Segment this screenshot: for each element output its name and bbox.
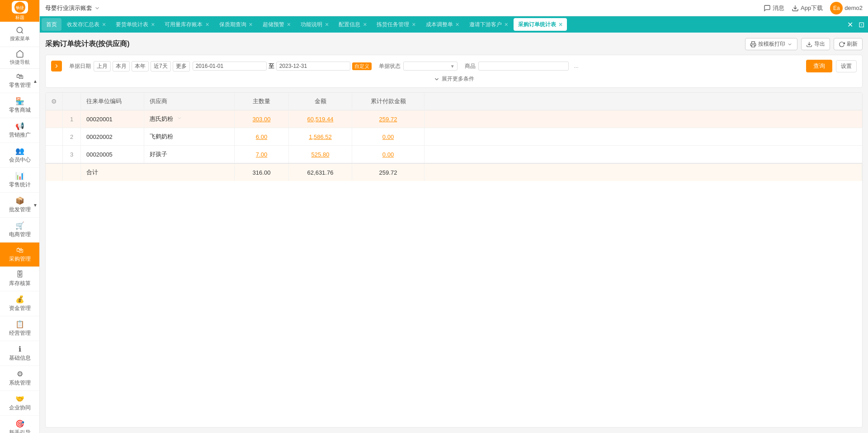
- date-custom-range: 至 自定义: [193, 62, 372, 71]
- tab-config[interactable]: 配置信息 ×: [334, 18, 371, 31]
- filter-settings-button[interactable]: 设置: [836, 60, 857, 72]
- cell-paid-2[interactable]: 0.00: [352, 128, 425, 146]
- cell-qty-2[interactable]: 6.00: [235, 128, 289, 146]
- sidebar-item-member[interactable]: 👥 会员中心: [0, 143, 39, 168]
- tab-overstock[interactable]: 超储预警 ×: [258, 18, 295, 31]
- expand-filter-button[interactable]: 展开更多条件: [51, 75, 857, 83]
- cell-index-1: 1: [63, 110, 81, 128]
- tab-home[interactable]: 首页: [42, 18, 61, 31]
- tab-invite[interactable]: 邀请下游客户 ×: [465, 18, 513, 31]
- member-icon: 👥: [15, 147, 24, 155]
- date-btn-this-month[interactable]: 本月: [113, 61, 130, 71]
- date-custom-tag: 自定义: [352, 62, 372, 70]
- sidebar-item-finance[interactable]: 💰 资金管理: [0, 291, 39, 316]
- wholesale-icon: 📦: [15, 196, 24, 205]
- cell-amount-2[interactable]: 1,586.52: [289, 128, 352, 146]
- close-tab-button[interactable]: ✕: [845, 19, 855, 30]
- close-tab-invite[interactable]: ×: [505, 21, 508, 28]
- quick-nav-button[interactable]: 快捷导航: [0, 47, 39, 68]
- sidebar-logo: 畅捷 标题: [0, 0, 39, 22]
- close-tab-cost[interactable]: ×: [456, 21, 459, 28]
- sidebar-logo-text: 标题: [15, 14, 24, 21]
- sidebar-item-retail-mgmt[interactable]: 🛍 零售管理 ▲: [0, 69, 39, 93]
- cell-paid-1[interactable]: 259.72: [352, 110, 425, 128]
- date-filter: 单据日期 上月 本月 本年 近7天 更多 至 自定义: [69, 61, 372, 71]
- close-tab-function[interactable]: ×: [325, 21, 329, 28]
- footer-amount: 62,631.76: [289, 163, 352, 181]
- date-from-input[interactable]: [193, 62, 267, 71]
- status-select[interactable]: [403, 62, 458, 71]
- close-tab-config[interactable]: ×: [363, 21, 367, 28]
- sidebar-item-guide[interactable]: 🎯 新手引导: [0, 416, 39, 433]
- close-tab-collection[interactable]: ×: [102, 21, 106, 28]
- expand-supplier-icon[interactable]: [177, 115, 182, 121]
- close-tab-overstock[interactable]: ×: [287, 21, 291, 28]
- sidebar-item-wholesale[interactable]: 📦 批发管理 ▼: [0, 193, 39, 218]
- sidebar-item-system[interactable]: ⚙ 系统管理: [0, 366, 39, 391]
- workspace-selector[interactable]: 母婴行业演示账套: [45, 4, 100, 12]
- sidebar-item-ecommerce[interactable]: 🛒 电商管理: [0, 218, 39, 243]
- tabs-actions: ✕ ⊡: [845, 19, 866, 30]
- ecommerce-icon: 🛒: [15, 221, 24, 230]
- sidebar-item-inventory[interactable]: 🗄 库存核算: [0, 267, 39, 291]
- cell-extra-1: [425, 110, 862, 128]
- th-paid: 累计付款金额: [352, 93, 425, 110]
- tab-demand[interactable]: 要货单统计表 ×: [111, 18, 159, 31]
- date-btn-this-year[interactable]: 本年: [132, 61, 149, 71]
- sidebar-item-marketing[interactable]: 📢 营销推广: [0, 118, 39, 143]
- sidebar-item-retail-stat[interactable]: 📊 零售统计: [0, 168, 39, 193]
- cell-amount-3[interactable]: 525.80: [289, 146, 352, 164]
- cell-paid-3[interactable]: 0.00: [352, 146, 425, 164]
- close-tab-inventory[interactable]: ×: [205, 21, 209, 28]
- tab-collection[interactable]: 收发存汇总表 ×: [62, 18, 110, 31]
- sidebar-item-retail-mall[interactable]: 🏪 零售商城: [0, 93, 39, 118]
- cell-qty-3[interactable]: 7.00: [235, 146, 289, 164]
- date-to-input[interactable]: [276, 62, 350, 71]
- nav-tabs: 首页 收发存汇总表 × 要货单统计表 × 可用量库存账本 × 保质期查询 × 超…: [40, 16, 868, 33]
- date-btn-7days[interactable]: 近7天: [151, 61, 171, 71]
- purchase-icon: 🛍: [16, 246, 24, 254]
- filter-toggle-button[interactable]: [51, 61, 62, 71]
- message-button[interactable]: 消息: [764, 4, 784, 12]
- logo-icon: 畅捷: [12, 1, 28, 14]
- data-table-container: ⚙ 往来单位编码 供应商 主数量 金额 累计付款金额 1: [45, 92, 863, 428]
- goods-more-button[interactable]: ...: [571, 62, 581, 70]
- chevron-down-icon: [94, 5, 100, 11]
- sidebar-item-purchase[interactable]: 🛍 采购管理: [0, 243, 39, 267]
- finance-icon: 💰: [15, 295, 24, 304]
- tab-cost[interactable]: 成本调整单 ×: [421, 18, 464, 31]
- maximize-tab-button[interactable]: ⊡: [857, 19, 866, 30]
- column-settings-icon[interactable]: ⚙: [51, 98, 57, 105]
- close-tab-task[interactable]: ×: [412, 21, 415, 28]
- tab-warranty[interactable]: 保质期查询 ×: [215, 18, 257, 31]
- tab-purchase-stat[interactable]: 采购订单统计表 ×: [514, 18, 567, 31]
- close-tab-demand[interactable]: ×: [151, 21, 155, 28]
- goods-input[interactable]: [478, 62, 569, 71]
- cell-amount-1[interactable]: 60,519.44: [289, 110, 352, 128]
- cell-checkbox-2: [46, 128, 63, 146]
- sidebar-item-management[interactable]: 📋 经营管理: [0, 316, 39, 341]
- close-tab-purchase-stat[interactable]: ×: [559, 21, 562, 28]
- date-btn-last-month[interactable]: 上月: [94, 61, 111, 71]
- table-header-row: ⚙ 往来单位编码 供应商 主数量 金额 累计付款金额: [46, 93, 862, 110]
- cell-qty-1[interactable]: 303.00: [235, 110, 289, 128]
- export-button[interactable]: 导出: [801, 38, 830, 50]
- close-tab-warranty[interactable]: ×: [249, 21, 253, 28]
- app-download-button[interactable]: App下载: [792, 4, 823, 12]
- date-btn-more[interactable]: 更多: [173, 61, 190, 71]
- search-menu-button[interactable]: 搜索菜单: [2, 24, 38, 44]
- tab-function[interactable]: 功能说明 ×: [296, 18, 333, 31]
- refresh-button[interactable]: 刷新: [834, 38, 863, 50]
- topbar-left: 母婴行业演示账套: [45, 4, 100, 12]
- page-title: 采购订单统计表(按供应商): [45, 39, 130, 49]
- tab-inventory[interactable]: 可用量库存账本 ×: [160, 18, 213, 31]
- sidebar-item-enterprise[interactable]: 🤝 企业协同: [0, 391, 39, 416]
- print-button[interactable]: 按模板打印: [745, 38, 797, 50]
- tab-task[interactable]: 拣货任务管理 ×: [372, 18, 420, 31]
- sidebar-item-basic[interactable]: ℹ 基础信息: [0, 341, 39, 366]
- footer-label: 合计: [81, 163, 235, 181]
- mgmt-icon: 📋: [15, 320, 24, 328]
- data-table: ⚙ 往来单位编码 供应商 主数量 金额 累计付款金额 1: [46, 93, 862, 181]
- user-profile[interactable]: Ea demo2: [830, 2, 863, 14]
- query-button[interactable]: 查询: [806, 60, 832, 72]
